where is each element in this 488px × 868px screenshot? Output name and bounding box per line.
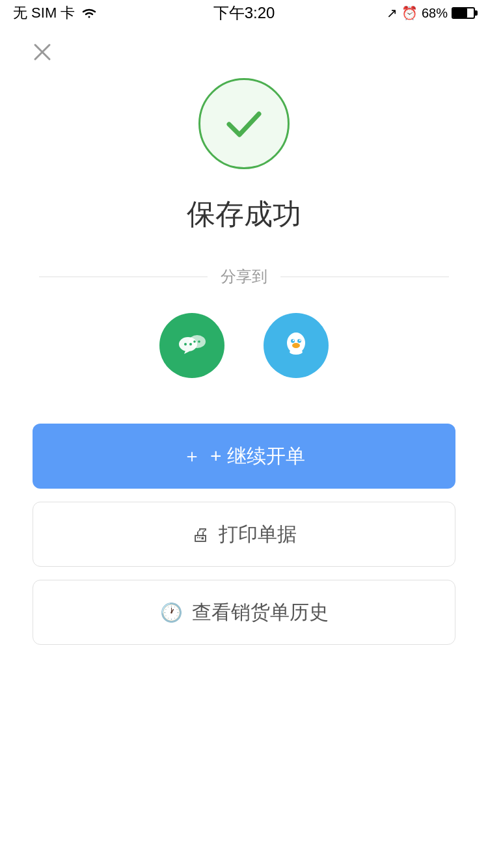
battery-percent: 68% xyxy=(422,6,448,21)
close-button[interactable] xyxy=(26,36,59,68)
share-label: 分享到 xyxy=(208,266,280,287)
printer-icon: 🖨 xyxy=(191,524,210,545)
svg-point-14 xyxy=(299,340,301,341)
status-right: ↗ ⏰ 68% xyxy=(386,5,475,21)
divider-left xyxy=(39,277,208,277)
share-divider: 分享到 xyxy=(0,266,488,287)
history-label: 查看销货单历史 xyxy=(192,599,329,626)
clock-icon: 🕐 xyxy=(160,602,183,623)
wechat-share-button[interactable] xyxy=(159,313,224,378)
svg-point-13 xyxy=(293,340,294,341)
no-sim-text: 无 SIM 卡 xyxy=(13,3,75,23)
print-label: 打印单据 xyxy=(219,521,297,548)
status-bar: 无 SIM 卡 下午3:20 ↗ ⏰ 68% xyxy=(0,0,488,26)
continue-order-button[interactable]: ＋ + 继续开单 xyxy=(33,424,455,489)
svg-point-12 xyxy=(297,339,301,343)
success-circle xyxy=(198,78,290,169)
qq-icon xyxy=(277,326,316,365)
location-icon: ↗ xyxy=(386,5,398,21)
svg-point-11 xyxy=(291,339,295,343)
status-left: 无 SIM 卡 xyxy=(13,3,98,23)
wifi-icon xyxy=(80,7,98,20)
action-buttons: ＋ + 继续开单 🖨 打印单据 🕐 查看销货单历史 xyxy=(0,424,488,645)
svg-point-15 xyxy=(292,343,300,348)
svg-point-6 xyxy=(193,340,196,343)
close-icon xyxy=(33,42,52,62)
wechat-icon xyxy=(172,326,211,365)
main-content: 保存成功 分享到 xyxy=(0,26,488,868)
status-time: 下午3:20 xyxy=(213,3,275,23)
svg-point-4 xyxy=(184,343,187,346)
print-button[interactable]: 🖨 打印单据 xyxy=(33,502,455,567)
share-row xyxy=(159,313,329,378)
battery-icon xyxy=(452,7,475,19)
divider-right xyxy=(280,277,449,277)
history-button[interactable]: 🕐 查看销货单历史 xyxy=(33,580,455,645)
svg-point-5 xyxy=(189,343,192,346)
checkmark-icon xyxy=(221,101,267,146)
svg-point-16 xyxy=(290,349,303,355)
plus-icon: ＋ xyxy=(183,444,201,468)
success-title: 保存成功 xyxy=(187,195,301,234)
svg-point-7 xyxy=(198,340,200,343)
qq-share-button[interactable] xyxy=(264,313,329,378)
alarm-icon: ⏰ xyxy=(401,5,418,21)
svg-point-3 xyxy=(189,335,206,348)
continue-order-label: + 继续开单 xyxy=(210,443,305,470)
